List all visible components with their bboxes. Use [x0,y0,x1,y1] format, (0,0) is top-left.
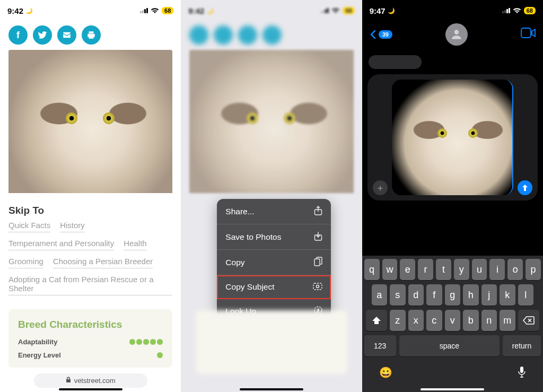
status-bar: 9:42🌙 68 [181,0,362,21]
home-indicator[interactable] [240,388,303,390]
skip-to-links: Quick FactsHistoryTemperament and Person… [0,221,181,295]
wifi-icon [151,6,159,15]
cellular-icon [502,8,510,13]
contact-avatar[interactable] [445,23,468,46]
url-text: vetstreet.com [74,377,116,385]
skip-link[interactable]: Adopting a Cat from Persian Rescue or a … [8,275,172,295]
key-c[interactable]: c [426,310,442,331]
cat-illustration [8,50,172,193]
shift-key[interactable] [366,310,387,331]
skip-to-heading: Skip To [0,193,181,221]
skip-link[interactable]: Choosing a Persian Breeder [53,257,153,268]
key-r[interactable]: r [418,259,433,280]
key-e[interactable]: e [400,259,415,280]
key-w[interactable]: w [382,259,398,280]
key-u[interactable]: u [472,259,487,280]
keyboard: qwertyuiop asdfghjkl zxcvbnm 123 space r… [362,256,543,392]
context-menu-panel: 9:42🌙 68 Share...Save to PhotosCopyCopy … [181,0,362,392]
dictation-key[interactable] [518,366,526,380]
status-bar: 9:47🌙 68 [362,0,543,21]
ctx-copy-subject[interactable]: Copy Subject [217,275,331,299]
back-button[interactable]: 39 [370,30,392,39]
received-message-bubble [369,55,422,69]
skip-link[interactable]: Quick Facts [8,221,50,232]
social-share-row: f [0,21,181,50]
skip-link[interactable]: History [60,221,85,232]
ctx-save-to-photos[interactable]: Save to Photos [217,224,331,250]
lock-icon [66,377,71,385]
key-m[interactable]: m [500,310,515,331]
print-button[interactable] [82,25,101,45]
key-t[interactable]: t [436,259,451,280]
key-l[interactable]: l [518,284,534,306]
twitter-share-button[interactable] [33,25,52,45]
facetime-button[interactable] [521,28,536,41]
wifi-icon [331,6,340,15]
return-key[interactable]: return [503,335,541,356]
key-g[interactable]: g [445,284,461,306]
space-key[interactable]: space [399,335,500,356]
status-time: 9:42 [7,6,23,15]
messages-panel: 9:47🌙 68 39 ＋ qwertyuiop asdf [362,0,543,392]
share-icon [314,206,322,217]
key-h[interactable]: h [463,284,479,306]
skip-link[interactable]: Temperament and Personality [8,239,114,250]
cellular-icon [321,8,329,13]
key-a[interactable]: a [372,284,388,306]
key-j[interactable]: j [481,284,497,306]
numbers-key[interactable]: 123 [364,335,396,356]
key-z[interactable]: z [390,310,406,331]
status-bar: 9:42🌙 68 [0,0,181,21]
characteristic-row: Adaptability [18,338,163,346]
skip-link[interactable]: Grooming [8,257,43,268]
breed-title: Breed Characteristics [18,319,163,330]
svg-rect-7 [521,28,531,38]
wifi-icon [513,6,521,15]
svg-rect-2 [314,259,320,266]
svg-rect-3 [313,283,322,290]
key-p[interactable]: p [526,259,541,280]
home-indicator[interactable] [59,388,122,390]
emoji-key[interactable]: 😀 [379,366,392,380]
subject-icon [313,283,322,292]
article-hero-image[interactable] [8,50,172,193]
compose-field: ＋ [367,74,538,201]
facebook-share-button[interactable]: f [8,25,28,45]
key-s[interactable]: s [390,284,406,306]
unread-count-badge: 39 [379,30,392,39]
key-o[interactable]: o [507,259,523,280]
save-icon [314,231,322,242]
key-f[interactable]: f [426,284,442,306]
key-d[interactable]: d [408,284,424,306]
cellular-icon [140,8,148,13]
key-q[interactable]: q [364,259,380,280]
key-y[interactable]: y [454,259,469,280]
svg-point-4 [317,285,319,288]
email-share-button[interactable] [57,25,76,45]
skip-link[interactable]: Health [124,239,146,250]
key-n[interactable]: n [481,310,497,331]
battery-indicator: 68 [162,7,173,14]
copy-icon [314,257,322,268]
svg-rect-8 [520,367,523,373]
delete-key[interactable] [518,310,539,331]
image-context-menu: Share...Save to PhotosCopyCopy SubjectLo… [217,199,331,323]
send-button[interactable] [518,180,532,195]
key-b[interactable]: b [463,310,479,331]
ctx-copy[interactable]: Copy [217,250,331,275]
breed-characteristics-card: Breed Characteristics AdaptabilityEnergy… [8,309,172,368]
key-k[interactable]: k [500,284,515,306]
attach-button[interactable]: ＋ [373,180,388,195]
key-x[interactable]: x [408,310,424,331]
safari-url-bar[interactable]: vetstreet.com [34,373,147,388]
key-i[interactable]: i [489,259,505,280]
characteristic-row: Energy Level [18,351,163,359]
pasted-subject-image[interactable] [392,80,513,195]
conversation-header: 39 [362,21,543,51]
key-v[interactable]: v [445,310,461,331]
ctx-share-[interactable]: Share... [217,199,331,224]
home-indicator[interactable] [421,388,484,390]
webpage-panel: 9:42🌙 68 f Skip To Quick FactsHistoryTem… [0,0,181,392]
focus-moon-icon: 🌙 [25,7,33,14]
